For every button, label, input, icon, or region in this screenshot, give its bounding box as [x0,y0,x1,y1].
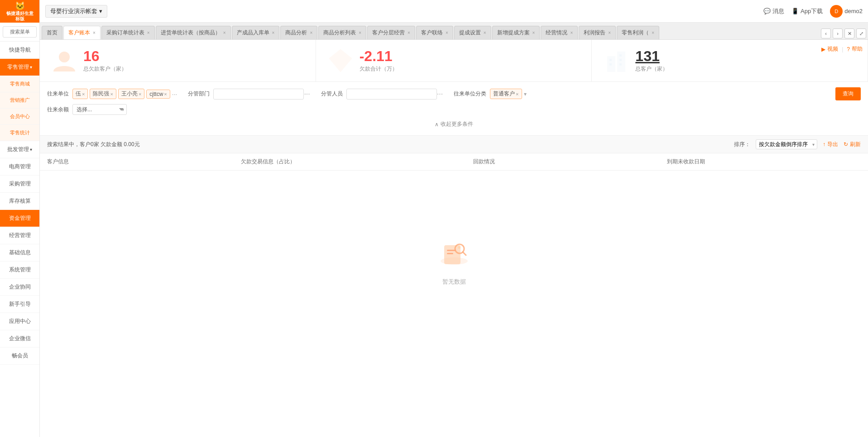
svg-rect-7 [619,59,622,61]
tab-close-all-button[interactable]: ✕ [844,28,854,38]
table-body: 暂无数据 [40,171,868,352]
col-customer-info: 客户信息 [47,158,241,166]
filter-tag-cjttcw: cjttcw × [146,90,170,99]
tab-prev-button[interactable]: ‹ [821,28,831,38]
tab-cost-inbound[interactable]: 产成品入库单 × [232,26,280,39]
sort-select-wrap: 按欠款金额倒序排序 [756,139,817,149]
topbar-right: 💬 消息 📱 App下载 D demo2 [763,5,863,18]
close-icon[interactable]: × [608,30,611,35]
dept-filter-input[interactable] [213,89,304,100]
dept-more-icon[interactable]: ··· [304,90,310,98]
close-icon[interactable]: × [532,30,535,35]
more-tags-button[interactable]: ··· [172,90,177,98]
tab-customer-contact[interactable]: 客户联络 × [416,26,453,39]
close-icon[interactable]: × [272,30,275,35]
sidebar-item-wholesale-mgmt[interactable]: 批发管理 [0,141,39,158]
tab-profit-report[interactable]: 利润报告 × [579,26,616,39]
sidebar-item-purchase-mgmt[interactable]: 采购管理 [0,176,39,193]
sidebar-item-new-guide[interactable]: 新手引导 [0,296,39,313]
refresh-button[interactable]: ↻ 刷新 [844,141,861,148]
sidebar-item-enterprise-wechat[interactable]: 企业微信 [0,330,39,347]
sidebar-item-basic-info[interactable]: 基础信息 [0,244,39,261]
stat-label-total-customers: 总客户（家） [635,65,668,73]
diamond-icon [327,47,354,74]
close-icon[interactable]: × [147,30,150,35]
close-icon[interactable]: × [408,30,410,35]
tab-retail-profit[interactable]: 零售利润（ × [617,26,659,39]
sidebar-item-vip-member[interactable]: 畅会员 [0,347,39,365]
close-icon[interactable]: × [484,30,486,35]
tab-biz-status[interactable]: 经营情况 × [541,26,578,39]
unit-filter-tags: 伍 × 陈民强 × 王小亮 × cjttcw × ··· [72,89,177,99]
tab-product-analysis[interactable]: 商品分析 × [280,26,317,39]
sidebar-item-enterprise-collab[interactable]: 企业协同 [0,279,39,296]
sidebar-item-app-center[interactable]: 应用中心 [0,313,39,330]
sidebar-item-ops-mgmt[interactable]: 经营管理 [0,227,39,244]
tab-purchase-order[interactable]: 采购订单统计表 × [101,26,155,39]
close-icon[interactable]: × [164,91,167,97]
close-icon[interactable]: × [516,91,518,97]
balance-filter-select[interactable]: 选择... [72,104,127,115]
sidebar-item-marketing[interactable]: 营销推广 [0,92,39,109]
sidebar-item-capital-mgmt[interactable]: 资金管理 [0,210,39,227]
sidebar-item-inventory-check[interactable]: 库存核算 [0,193,39,210]
download-icon: 📱 [791,8,799,14]
stat-text-debt-amount: -2.11 欠款合计（万） [360,49,398,73]
close-icon[interactable]: × [446,30,448,35]
close-icon[interactable]: × [310,30,312,35]
filter-tag-chen: 陈民强 × [90,89,116,99]
app-download-button[interactable]: 📱 App下载 [791,7,823,15]
unit-class-dropdown-icon[interactable]: ▾ [524,91,527,97]
sidebar-item-retail-mgmt[interactable]: 零售管理 [0,59,39,76]
collapse-button[interactable]: ∧ 收起更多条件 [431,119,477,130]
close-icon[interactable]: × [110,91,113,97]
col-repayment: 回款情况 [473,158,667,166]
close-icon[interactable]: × [223,30,226,35]
search-menu-button[interactable]: 搜索菜单 [3,26,37,38]
tab-label: 采购订单统计表 [106,29,144,37]
query-button[interactable]: 查询 [835,87,861,100]
help-links: ▶ 视频 | ? 帮助 [821,45,863,53]
close-icon[interactable]: × [82,91,85,97]
close-icon[interactable]: × [93,30,96,35]
sort-select[interactable]: 按欠款金额倒序排序 [756,139,817,149]
tab-customer-book[interactable]: 客户账本 × [63,26,101,39]
sidebar-item-ecommerce-mgmt[interactable]: 电商管理 [0,158,39,176]
export-button[interactable]: ↑ 导出 [823,141,838,148]
tab-product-analysis-list[interactable]: 商品分析列表 × [318,26,366,39]
person-filter-input[interactable] [346,89,437,100]
account-selector[interactable]: 母婴行业演示帐套 ▾ [45,5,107,18]
help-icon: ? [847,46,850,52]
help-link[interactable]: ? 帮助 [847,45,863,53]
person-more-icon[interactable]: ··· [437,90,443,98]
tab-next-button[interactable]: › [833,28,843,38]
sidebar-item-retail-mall[interactable]: 零售商城 [0,76,39,92]
svg-point-15 [458,246,460,249]
stat-number-debt-customers: 16 [83,49,127,63]
sidebar-item-sys-mgmt[interactable]: 系统管理 [0,261,39,279]
tab-raise-setting[interactable]: 提成设置 × [454,26,491,39]
tab-new-raise-plan[interactable]: 新增提成方案 × [492,26,540,39]
close-icon[interactable]: × [570,30,573,35]
unit-class-tags: 普通客户 × ▾ [490,89,526,99]
tab-inbound-stats[interactable]: 进货单统计表（按商品） × [156,26,231,39]
message-button[interactable]: 💬 消息 [763,7,784,15]
close-icon[interactable]: × [139,91,141,97]
tab-label: 进货单统计表（按商品） [161,29,221,37]
sidebar-item-retail-stats[interactable]: 零售统计 [0,125,39,141]
close-icon[interactable]: × [652,30,654,35]
table-header: 客户信息 欠款交易信息（占比） 回款情况 到期未收款日期 [40,153,868,171]
unit-filter-label: 往来单位 [47,90,69,98]
chevron-down-icon: ▾ [99,8,102,14]
video-link[interactable]: ▶ 视频 [821,45,838,53]
user-profile[interactable]: D demo2 [830,5,863,18]
sort-label: 排序： [734,141,750,148]
close-icon[interactable]: × [359,30,361,35]
tab-customer-tier[interactable]: 客户分层经营 × [367,26,415,39]
tab-home[interactable]: 首页 [42,26,62,39]
sidebar-item-quick-nav[interactable]: 快捷导航 [0,42,39,59]
result-bar-right: 排序： 按欠款金额倒序排序 ↑ 导出 ↻ 刷新 [734,139,861,149]
sidebar-item-member-center[interactable]: 会员中心 [0,109,39,125]
tab-expand-button[interactable]: ⤢ [856,28,866,38]
tab-label: 新增提成方案 [497,29,530,37]
